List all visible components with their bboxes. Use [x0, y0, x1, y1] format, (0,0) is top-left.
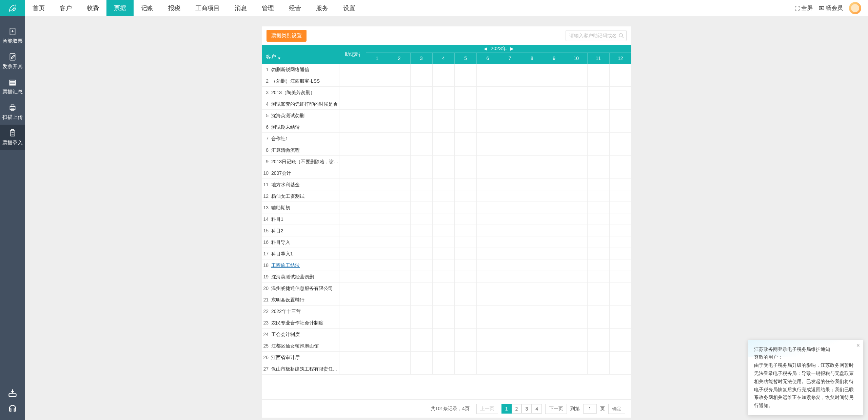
row-month-cell[interactable]	[433, 363, 455, 374]
row-month-cell[interactable]	[433, 317, 455, 328]
row-month-cell[interactable]	[588, 363, 610, 374]
row-month-cell[interactable]	[521, 179, 543, 190]
table-row[interactable]: 23农民专业合作社会计制度	[262, 317, 631, 329]
table-row[interactable]: 32013（陶美芳勿删）	[262, 87, 631, 98]
row-month-cell[interactable]	[455, 306, 477, 317]
row-month-cell[interactable]	[521, 294, 543, 305]
row-month-cell[interactable]	[521, 363, 543, 374]
row-month-cell[interactable]	[455, 329, 477, 340]
row-month-cell[interactable]	[388, 271, 410, 282]
row-month-cell[interactable]	[477, 110, 499, 121]
row-month-cell[interactable]	[477, 202, 499, 213]
row-month-cell[interactable]	[521, 306, 543, 317]
row-month-cell[interactable]	[411, 98, 433, 109]
row-month-cell[interactable]	[499, 306, 521, 317]
row-month-cell[interactable]	[411, 121, 433, 132]
row-month-cell[interactable]	[521, 282, 543, 294]
row-month-cell[interactable]	[388, 167, 410, 178]
table-row[interactable]: 26江西省审计厅	[262, 352, 631, 363]
row-month-cell[interactable]	[565, 317, 587, 328]
row-month-cell[interactable]	[366, 190, 388, 202]
row-month-cell[interactable]	[455, 202, 477, 213]
row-month-cell[interactable]	[521, 271, 543, 282]
row-month-cell[interactable]	[433, 75, 455, 86]
nav-经营[interactable]: 经营	[281, 0, 309, 16]
row-month-cell[interactable]	[610, 225, 631, 236]
nav-收费[interactable]: 收费	[79, 0, 106, 16]
row-month-cell[interactable]	[521, 121, 543, 132]
row-month-cell[interactable]	[543, 294, 565, 305]
row-month-cell[interactable]	[543, 64, 565, 75]
sidebar-item-票据汇总[interactable]: 票据汇总	[0, 74, 25, 99]
row-month-cell[interactable]	[455, 87, 477, 98]
row-month-cell[interactable]	[610, 190, 631, 202]
row-month-cell[interactable]	[543, 121, 565, 132]
row-month-cell[interactable]	[610, 213, 631, 225]
row-month-cell[interactable]	[477, 87, 499, 98]
month-col-10[interactable]: 10	[565, 53, 587, 64]
row-month-cell[interactable]	[411, 110, 433, 121]
row-month-cell[interactable]	[388, 225, 410, 236]
row-month-cell[interactable]	[411, 236, 433, 248]
row-month-cell[interactable]	[543, 167, 565, 178]
row-month-cell[interactable]	[477, 363, 499, 374]
row-month-cell[interactable]	[588, 340, 610, 351]
sidebar-item-票据录入[interactable]: 票据录入	[0, 125, 25, 150]
row-month-cell[interactable]	[366, 75, 388, 86]
row-month-cell[interactable]	[388, 98, 410, 109]
row-month-cell[interactable]	[610, 98, 631, 109]
download-icon[interactable]	[8, 388, 17, 398]
row-month-cell[interactable]	[411, 75, 433, 86]
row-month-cell[interactable]	[521, 64, 543, 75]
row-month-cell[interactable]	[433, 213, 455, 225]
row-month-cell[interactable]	[455, 133, 477, 144]
row-month-cell[interactable]	[610, 236, 631, 248]
sidebar-item-智能取票[interactable]: 智能取票	[0, 23, 25, 48]
row-month-cell[interactable]	[388, 352, 410, 363]
row-month-cell[interactable]	[543, 306, 565, 317]
nav-票据[interactable]: 票据	[106, 0, 134, 16]
row-month-cell[interactable]	[565, 133, 587, 144]
row-month-cell[interactable]	[565, 259, 587, 271]
month-col-1[interactable]: 1	[366, 53, 388, 64]
table-row[interactable]: 17科目导入1	[262, 248, 631, 259]
row-month-cell[interactable]	[521, 259, 543, 271]
row-month-cell[interactable]	[388, 121, 410, 132]
row-month-cell[interactable]	[521, 329, 543, 340]
row-month-cell[interactable]	[588, 133, 610, 144]
row-month-cell[interactable]	[388, 340, 410, 351]
row-month-cell[interactable]	[433, 202, 455, 213]
row-month-cell[interactable]	[543, 87, 565, 98]
row-month-cell[interactable]	[411, 329, 433, 340]
row-month-cell[interactable]	[477, 121, 499, 132]
row-month-cell[interactable]	[521, 87, 543, 98]
row-month-cell[interactable]	[565, 329, 587, 340]
table-row[interactable]: 12杨仙女工资测试	[262, 190, 631, 202]
row-month-cell[interactable]	[477, 282, 499, 294]
row-month-cell[interactable]	[388, 179, 410, 190]
row-month-cell[interactable]	[455, 179, 477, 190]
row-month-cell[interactable]	[477, 144, 499, 155]
row-month-cell[interactable]	[543, 248, 565, 259]
row-month-cell[interactable]	[588, 236, 610, 248]
category-settings-button[interactable]: 票据类别设置	[267, 30, 307, 42]
row-month-cell[interactable]	[521, 144, 543, 155]
row-month-cell[interactable]	[477, 271, 499, 282]
nav-首页[interactable]: 首页	[25, 0, 52, 16]
table-row[interactable]: 21东明县设置鞋行	[262, 294, 631, 306]
row-month-cell[interactable]	[565, 282, 587, 294]
row-month-cell[interactable]	[477, 248, 499, 259]
row-month-cell[interactable]	[411, 202, 433, 213]
row-month-cell[interactable]	[521, 213, 543, 225]
row-month-cell[interactable]	[521, 352, 543, 363]
table-row[interactable]: 2（勿删）江西服宝-LSS	[262, 75, 631, 87]
row-month-cell[interactable]	[455, 156, 477, 167]
row-month-cell[interactable]	[565, 179, 587, 190]
row-month-cell[interactable]	[433, 282, 455, 294]
row-month-cell[interactable]	[610, 363, 631, 374]
table-row[interactable]: 7合作社1	[262, 133, 631, 144]
row-month-cell[interactable]	[477, 213, 499, 225]
row-month-cell[interactable]	[499, 144, 521, 155]
row-month-cell[interactable]	[543, 202, 565, 213]
month-col-6[interactable]: 6	[477, 53, 499, 64]
